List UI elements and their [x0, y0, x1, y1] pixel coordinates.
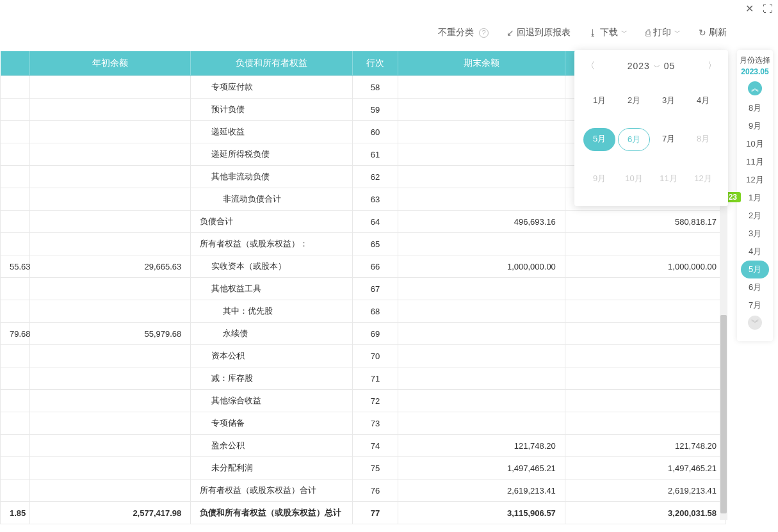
- cell-label[interactable]: 所有者权益（或股东权益）：: [191, 233, 353, 255]
- cell-label[interactable]: 专项应付款: [191, 76, 353, 99]
- cell-label[interactable]: 负债合计: [191, 211, 353, 233]
- cell-end[interactable]: [398, 300, 565, 323]
- cell-label[interactable]: 专项储备: [191, 412, 353, 435]
- cell-line[interactable]: 70: [353, 345, 398, 367]
- cell-begin[interactable]: [565, 412, 725, 435]
- cell-line[interactable]: 64: [353, 211, 398, 233]
- cell-label[interactable]: 非流动负债合计: [191, 188, 353, 211]
- month-cell[interactable]: 5月: [583, 128, 615, 151]
- scroll-down-icon[interactable]: ︾: [748, 316, 762, 330]
- side-month-item[interactable]: 1月: [737, 189, 773, 207]
- cell-left-a[interactable]: [1, 435, 30, 457]
- cell-label[interactable]: 其他权益工具: [191, 278, 353, 300]
- cell-label[interactable]: 负债和所有者权益（或股东权益）总计: [191, 502, 353, 524]
- prev-year-icon[interactable]: 〈: [583, 60, 597, 72]
- cell-left-b[interactable]: [30, 300, 191, 323]
- cell-label[interactable]: 减：库存股: [191, 367, 353, 390]
- cell-left-b[interactable]: [30, 76, 191, 99]
- rollback-button[interactable]: ↙ 回退到原报表: [507, 27, 571, 38]
- cell-left-a[interactable]: [1, 121, 30, 143]
- refresh-button[interactable]: ↻ 刷新: [699, 27, 727, 38]
- cell-label[interactable]: 永续债: [191, 323, 353, 345]
- cell-left-b[interactable]: 2,577,417.98: [30, 502, 191, 524]
- cell-left-b[interactable]: [30, 99, 191, 121]
- cell-begin[interactable]: 1,497,465.21: [565, 457, 725, 480]
- month-cell[interactable]: 1月: [583, 90, 615, 111]
- cell-line[interactable]: 71: [353, 367, 398, 390]
- cell-line[interactable]: 60: [353, 121, 398, 143]
- cell-end[interactable]: [398, 278, 565, 300]
- month-cell[interactable]: 6月: [618, 128, 650, 151]
- cell-line[interactable]: 77: [353, 502, 398, 524]
- cell-left-b[interactable]: [30, 121, 191, 143]
- cell-left-b[interactable]: [30, 143, 191, 166]
- cell-left-a[interactable]: [1, 166, 30, 188]
- cell-begin[interactable]: [565, 278, 725, 300]
- cell-left-a[interactable]: [1, 367, 30, 390]
- side-month-item[interactable]: 3月: [737, 225, 773, 243]
- cell-begin[interactable]: [565, 345, 725, 367]
- side-month-item[interactable]: 9月: [737, 117, 773, 135]
- side-month-item[interactable]: 7月: [737, 296, 773, 314]
- download-button[interactable]: ⭳ 下载 ﹀: [588, 27, 628, 38]
- cell-left-b[interactable]: [30, 412, 191, 435]
- cell-line[interactable]: 69: [353, 323, 398, 345]
- side-month-item[interactable]: 10月: [737, 135, 773, 153]
- cell-left-b[interactable]: [30, 390, 191, 412]
- cell-label[interactable]: 资本公积: [191, 345, 353, 367]
- month-cell[interactable]: 3月: [652, 90, 685, 111]
- side-month-item[interactable]: 4月: [737, 243, 773, 261]
- cell-left-b[interactable]: [30, 367, 191, 390]
- cell-left-b[interactable]: [30, 188, 191, 211]
- cell-end[interactable]: [398, 233, 565, 255]
- cell-line[interactable]: 73: [353, 412, 398, 435]
- cell-begin[interactable]: 121,748.20: [565, 435, 725, 457]
- cell-end[interactable]: [398, 99, 565, 121]
- cell-end[interactable]: 2,619,213.41: [398, 480, 565, 502]
- cell-end[interactable]: 121,748.20: [398, 435, 565, 457]
- cell-label[interactable]: 其他非流动负债: [191, 166, 353, 188]
- cell-label[interactable]: 预计负债: [191, 99, 353, 121]
- cell-begin[interactable]: 3,200,031.58: [565, 502, 725, 524]
- cell-left-b[interactable]: [30, 278, 191, 300]
- cell-end[interactable]: [398, 121, 565, 143]
- picker-year-label[interactable]: 2023 ﹀ 05: [628, 61, 676, 72]
- cell-line[interactable]: 67: [353, 278, 398, 300]
- side-month-item[interactable]: 5月: [741, 261, 769, 278]
- cell-left-a[interactable]: [1, 345, 30, 367]
- cell-end[interactable]: [398, 143, 565, 166]
- cell-left-b[interactable]: [30, 345, 191, 367]
- no-category-toggle[interactable]: 不重分类 ?: [438, 27, 489, 38]
- cell-label[interactable]: 所有者权益（或股东权益）合计: [191, 480, 353, 502]
- cell-begin[interactable]: 1,000,000.00: [565, 255, 725, 278]
- cell-begin[interactable]: [565, 323, 725, 345]
- cell-line[interactable]: 74: [353, 435, 398, 457]
- cell-line[interactable]: 65: [353, 233, 398, 255]
- side-month-item[interactable]: 8月: [737, 99, 773, 117]
- side-month-item[interactable]: 11月: [737, 153, 773, 171]
- cell-line[interactable]: 76: [353, 480, 398, 502]
- cell-end[interactable]: 1,000,000.00: [398, 255, 565, 278]
- cell-left-a[interactable]: [1, 188, 30, 211]
- fullscreen-icon[interactable]: ⛶: [763, 3, 773, 15]
- cell-label[interactable]: 递延收益: [191, 121, 353, 143]
- cell-left-b[interactable]: 29,665.63: [30, 255, 191, 278]
- cell-line[interactable]: 72: [353, 390, 398, 412]
- cell-label[interactable]: 递延所得税负债: [191, 143, 353, 166]
- cell-left-b[interactable]: [30, 166, 191, 188]
- month-cell[interactable]: 4月: [687, 90, 719, 111]
- cell-begin[interactable]: [565, 367, 725, 390]
- cell-line[interactable]: 62: [353, 166, 398, 188]
- month-cell[interactable]: 2月: [618, 90, 650, 111]
- cell-line[interactable]: 59: [353, 99, 398, 121]
- cell-begin[interactable]: 580,818.17: [565, 211, 725, 233]
- scrollbar-thumb[interactable]: [720, 315, 727, 513]
- cell-label[interactable]: 其中：优先股: [191, 300, 353, 323]
- cell-left-b[interactable]: 55,979.68: [30, 323, 191, 345]
- cell-left-a[interactable]: [1, 278, 30, 300]
- cell-left-a[interactable]: 1.85: [1, 502, 30, 524]
- cell-label[interactable]: 未分配利润: [191, 457, 353, 480]
- cell-line[interactable]: 63: [353, 188, 398, 211]
- cell-begin[interactable]: [565, 300, 725, 323]
- cell-left-b[interactable]: [30, 211, 191, 233]
